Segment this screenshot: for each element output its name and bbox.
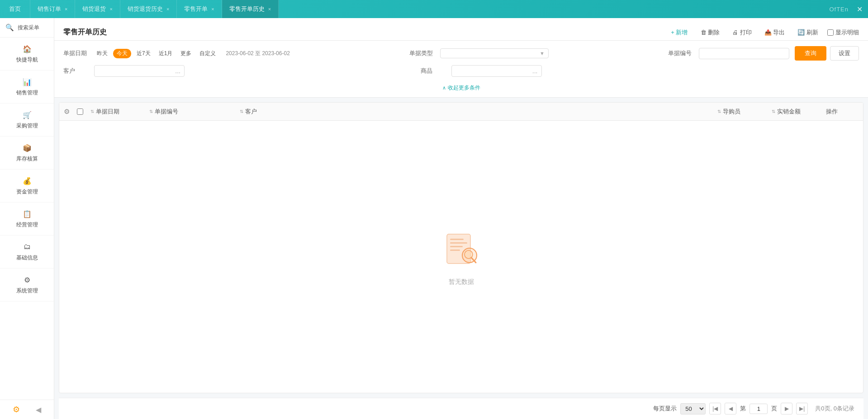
goods-input[interactable] [455, 68, 532, 75]
th-date-sort-icon: ⇅ [90, 109, 94, 114]
sidebar-item-operations[interactable]: 📋 经营管理 [0, 202, 54, 235]
th-date[interactable]: ⇅ 单据日期 [87, 108, 146, 116]
page-unit: 页 [771, 405, 777, 413]
empty-icon [439, 227, 484, 273]
print-button[interactable]: 🖨 打印 [729, 27, 755, 38]
date-btn-更多[interactable]: 更多 [178, 49, 194, 58]
th-guide[interactable]: ⇅ 导购员 [714, 108, 768, 116]
tab-close-sales-return[interactable]: × [109, 6, 112, 12]
export-button[interactable]: 📤 导出 [761, 27, 789, 38]
page-input[interactable] [749, 404, 768, 414]
th-action-label: 操作 [826, 108, 838, 116]
operations-label: 经营管理 [16, 221, 38, 229]
tab-sales-return-history[interactable]: 销货退货历史× [120, 0, 177, 18]
th-customer[interactable]: ⇅ 客户 [236, 108, 714, 116]
date-btn-昨天[interactable]: 昨天 [94, 49, 110, 58]
number-input[interactable] [703, 50, 785, 57]
top-close-btn[interactable]: ✕ [857, 5, 863, 14]
collapse-bar[interactable]: ∧ 收起更多条件 [63, 81, 859, 92]
table-settings-icon[interactable]: ⚙ [64, 108, 70, 116]
top-bar-right: OfTEn ✕ [824, 5, 868, 14]
sidebar-search[interactable]: 🔍 搜索采单 [0, 18, 54, 38]
select-all-checkbox[interactable] [77, 108, 83, 115]
th-number-sort-icon: ⇅ [149, 109, 153, 114]
next-page-btn[interactable]: ▶ [781, 403, 792, 414]
per-page-select[interactable]: 50 10 20 100 [680, 403, 706, 414]
first-page-btn[interactable]: |◀ [709, 403, 721, 414]
svg-rect-3 [450, 246, 463, 247]
show-detail-wrap: 显示明细 [827, 28, 859, 37]
tab-list: 首页销售订单×销货退货×销货退货历史×零售开单×零售开单历史× [0, 0, 824, 18]
delete-button[interactable]: 🗑 删除 [697, 27, 724, 38]
refresh-button[interactable]: 🔄 刷新 [794, 27, 822, 38]
date-btn-自定义[interactable]: 自定义 [197, 49, 218, 58]
tab-close-sales-order[interactable]: × [65, 6, 67, 12]
svg-rect-4 [450, 250, 460, 251]
date-range-display: 2023-06-02 至 2023-06-02 [226, 50, 289, 57]
goods-dots-btn[interactable]: ... [532, 67, 538, 75]
show-detail-checkbox[interactable] [827, 29, 834, 36]
page-title: 零售开单历史 [63, 28, 107, 37]
settings-icon[interactable]: ⚙ [13, 405, 20, 414]
basic-info-icon: 🗂 [22, 242, 32, 252]
empty-state: 暂无数据 [59, 121, 863, 393]
type-select-arrow: ▼ [540, 51, 545, 56]
date-btn-今天[interactable]: 今天 [113, 49, 131, 58]
th-action: 操作 [822, 108, 859, 116]
goods-filter-label: 商品 [421, 67, 446, 75]
content-header: 零售开单历史 + 新增 🗑 删除 🖨 打印 📤 导出 🔄 刷新 显示明细 [54, 18, 868, 41]
filter-actions: 查询 设置 [795, 46, 859, 61]
sidebar-item-quick-nav[interactable]: 🏠 快捷导航 [0, 38, 54, 71]
date-btn-近1月[interactable]: 近1月 [156, 49, 175, 58]
sidebar-item-finance[interactable]: 💰 资金管理 [0, 169, 54, 202]
setting-button[interactable]: 设置 [830, 46, 859, 61]
tab-sales-return[interactable]: 销货退货× [75, 0, 120, 18]
purchase-mgmt-label: 采购管理 [16, 122, 38, 130]
sidebar-item-system[interactable]: ⚙ 系统管理 [0, 268, 54, 301]
th-date-label: 单据日期 [96, 108, 119, 116]
th-amount-label: 实销金额 [777, 108, 801, 116]
sidebar-item-purchase-mgmt[interactable]: 🛒 采购管理 [0, 104, 54, 137]
tab-close-retail-history[interactable]: × [268, 6, 271, 12]
quick-nav-icon: 🏠 [22, 44, 32, 54]
th-customer-sort-icon: ⇅ [240, 109, 243, 114]
prev-page-btn[interactable]: ◀ [725, 403, 736, 414]
operations-icon: 📋 [22, 209, 32, 219]
last-page-btn[interactable]: ▶| [796, 403, 808, 414]
customer-filter-label: 客户 [63, 67, 89, 75]
th-amount[interactable]: ⇅ 实销金额 [768, 108, 822, 116]
date-buttons: 昨天今天近7天近1月更多自定义 [94, 49, 218, 58]
customer-input-wrap: ... [94, 65, 185, 77]
add-button[interactable]: + 新增 [667, 27, 691, 38]
sidebar-item-basic-info[interactable]: 🗂 基础信息 [0, 235, 54, 268]
filter-row-2: 客户 ... 商品 ... [63, 65, 859, 77]
number-input-wrap [699, 48, 789, 59]
query-button[interactable]: 查询 [795, 46, 826, 61]
table-section: ⚙ ⇅ 单据日期 ⇅ 单据编号 ⇅ 客户 ⇅ 导购员 [59, 102, 863, 393]
tab-sales-order[interactable]: 销售订单× [30, 0, 75, 18]
customer-dots-btn[interactable]: ... [175, 67, 180, 75]
date-btn-近7天[interactable]: 近7天 [134, 49, 153, 58]
system-icon: ⚙ [22, 275, 32, 285]
finance-icon: 💰 [22, 176, 32, 186]
customer-input[interactable] [98, 68, 175, 75]
svg-rect-2 [450, 242, 467, 244]
tab-close-sales-return-history[interactable]: × [166, 6, 169, 12]
type-select[interactable]: ▼ [440, 48, 549, 58]
tab-close-retail-open[interactable]: × [211, 6, 214, 12]
toolbar: + 新增 🗑 删除 🖨 打印 📤 导出 🔄 刷新 显示明细 [667, 27, 859, 38]
collapse-sidebar-icon[interactable]: ◀ [36, 405, 41, 414]
tab-home[interactable]: 首页 [0, 0, 30, 18]
per-page-label: 每页显示 [653, 405, 677, 413]
th-amount-sort-icon: ⇅ [772, 109, 775, 114]
tab-retail-open[interactable]: 零售开单× [177, 0, 222, 18]
th-guide-sort-icon: ⇅ [717, 109, 721, 114]
tab-retail-history[interactable]: 零售开单历史× [222, 0, 279, 18]
date-filter-label: 单据日期 [63, 49, 89, 57]
th-number[interactable]: ⇅ 单据编号 [146, 108, 236, 116]
th-number-label: 单据编号 [155, 108, 178, 116]
sidebar-item-inventory[interactable]: 📦 库存核算 [0, 137, 54, 169]
system-label: 系统管理 [16, 287, 38, 295]
sidebar-item-sales-mgmt[interactable]: 📊 销售管理 [0, 71, 54, 104]
collapse-icon: ∧ [442, 85, 446, 91]
